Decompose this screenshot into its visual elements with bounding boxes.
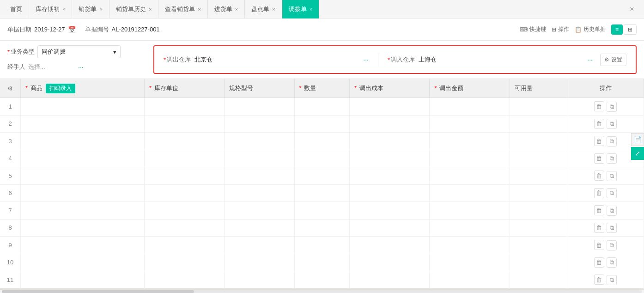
cell-cost[interactable] [350,202,430,220]
cell-unit[interactable] [144,271,224,289]
cell-qty[interactable] [294,219,350,237]
cell-qty[interactable] [294,150,350,167]
calendar-icon[interactable]: 📅 [68,26,76,33]
horizontal-scrollbar[interactable] [0,289,644,293]
grid-view-btn[interactable]: ⊞ [624,24,637,35]
copy-icon[interactable]: ⧉ [607,240,617,250]
cell-available[interactable] [510,150,567,167]
cell-spec[interactable] [225,202,294,220]
copy-icon[interactable]: ⧉ [607,136,617,146]
cell-product[interactable] [21,271,145,289]
tab-view-sales-close[interactable]: × [198,6,200,12]
tab-home[interactable]: 首页 [4,0,29,18]
cell-product[interactable] [21,202,145,220]
cell-available[interactable] [510,133,567,150]
scan-input-btn[interactable]: 扫码录入 [46,84,75,93]
tab-purchase-close[interactable]: × [235,6,238,12]
cell-cost[interactable] [350,184,430,202]
cell-available[interactable] [510,271,567,289]
cell-cost[interactable] [350,271,430,289]
cell-unit[interactable] [144,167,224,185]
list-view-btn[interactable]: ≡ [611,24,623,35]
window-close-button[interactable]: × [624,0,640,18]
cell-product[interactable] [21,150,145,167]
delete-icon[interactable]: 🗑 [594,205,604,215]
cell-amount[interactable] [430,271,510,289]
cell-cost[interactable] [350,98,430,116]
cell-spec[interactable] [225,98,294,116]
delete-icon[interactable]: 🗑 [594,171,604,181]
cell-cost[interactable] [350,150,430,167]
cell-spec[interactable] [225,167,294,185]
delete-icon[interactable]: 🗑 [594,136,604,146]
delete-icon[interactable]: 🗑 [594,153,604,164]
cell-amount[interactable] [430,167,510,185]
cell-spec[interactable] [225,115,294,133]
cell-amount[interactable] [430,115,510,133]
cell-available[interactable] [510,184,567,202]
cell-spec[interactable] [225,150,294,167]
copy-icon[interactable]: ⧉ [607,188,617,198]
cell-qty[interactable] [294,133,350,150]
cell-cost[interactable] [350,167,430,185]
tab-transfer-close[interactable]: × [310,6,312,12]
settings-button[interactable]: ⚙ 设置 [600,54,626,66]
cell-qty[interactable] [294,167,350,185]
cell-qty[interactable] [294,202,350,220]
cell-qty[interactable] [294,254,350,271]
cell-cost[interactable] [350,237,430,254]
cell-cost[interactable] [350,115,430,133]
cell-unit[interactable] [144,202,224,220]
handler-input[interactable]: 选择... [28,63,74,71]
delete-icon[interactable]: 🗑 [594,275,604,285]
cell-cost[interactable] [350,133,430,150]
cell-qty[interactable] [294,271,350,289]
cell-product[interactable] [21,167,145,185]
cell-cost[interactable] [350,254,430,271]
copy-icon[interactable]: ⧉ [607,171,617,181]
delete-icon[interactable]: 🗑 [594,240,604,250]
copy-icon[interactable]: ⧉ [607,102,617,112]
operations-button[interactable]: ⊞ 操作 [552,25,569,33]
cell-amount[interactable] [430,150,510,167]
cell-product[interactable] [21,184,145,202]
cell-qty[interactable] [294,98,350,116]
tab-sales-close[interactable]: × [99,6,102,12]
cell-available[interactable] [510,202,567,220]
in-warehouse-more-btn[interactable]: ··· [587,56,593,63]
cell-cost[interactable] [350,219,430,237]
cell-amount[interactable] [430,184,510,202]
delete-icon[interactable]: 🗑 [594,257,604,268]
delete-icon[interactable]: 🗑 [594,119,604,129]
cell-unit[interactable] [144,115,224,133]
cell-product[interactable] [21,237,145,254]
cell-available[interactable] [510,167,567,185]
cell-amount[interactable] [430,133,510,150]
cell-product[interactable] [21,219,145,237]
cell-product[interactable] [21,133,145,150]
cell-unit[interactable] [144,254,224,271]
tab-inventory-init[interactable]: 库存期初 × [29,0,72,18]
copy-icon[interactable]: ⧉ [607,223,617,233]
cell-qty[interactable] [294,184,350,202]
tab-inventory[interactable]: 盘点单 × [245,0,282,18]
delete-icon[interactable]: 🗑 [594,223,604,233]
shortcuts-button[interactable]: ⌨ 快捷键 [520,25,546,33]
cell-amount[interactable] [430,254,510,271]
tab-sales-history-close[interactable]: × [149,6,152,12]
cell-spec[interactable] [225,184,294,202]
cell-spec[interactable] [225,237,294,254]
tab-sales[interactable]: 销货单 × [72,0,109,18]
cell-unit[interactable] [144,219,224,237]
out-warehouse-more-btn[interactable]: ··· [363,56,369,63]
cell-product[interactable] [21,115,145,133]
cell-amount[interactable] [430,219,510,237]
copy-icon[interactable]: ⧉ [607,119,617,129]
cell-qty[interactable] [294,237,350,254]
delete-icon[interactable]: 🗑 [594,188,604,198]
cell-spec[interactable] [225,133,294,150]
cell-available[interactable] [510,98,567,116]
cell-amount[interactable] [430,202,510,220]
cell-unit[interactable] [144,150,224,167]
tab-inventory-init-close[interactable]: × [62,6,65,12]
